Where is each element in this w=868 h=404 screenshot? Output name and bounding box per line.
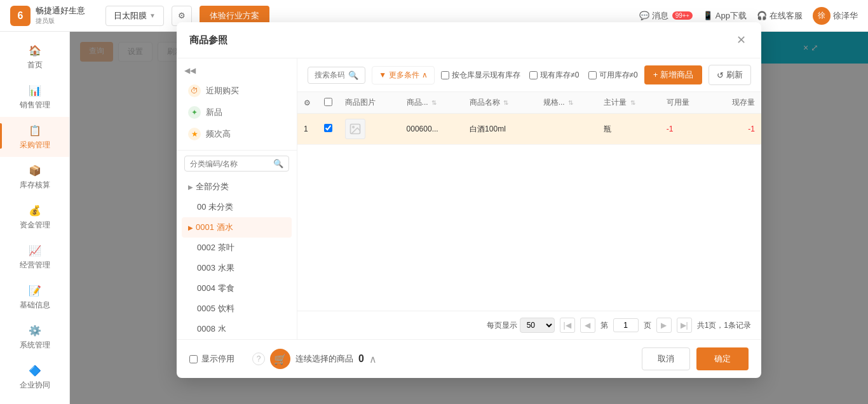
cart-label: 连续选择的商品	[295, 353, 353, 365]
th-name[interactable]: 商品名称 ⇅	[463, 92, 537, 114]
user-nav-item[interactable]: 徐 徐泽华	[813, 7, 858, 25]
modal-title: 商品参照	[189, 34, 227, 46]
checkbox-stock[interactable]	[529, 71, 538, 79]
username: 徐泽华	[833, 10, 858, 22]
new-product-button[interactable]: + 新增商品	[644, 65, 702, 84]
sidebar-item-sales[interactable]: 📊 销售管理	[0, 77, 69, 117]
table-row[interactable]: 1	[297, 114, 761, 145]
category-item-0003[interactable]: 0003 水果	[182, 258, 292, 278]
sidebar-item-home[interactable]: 🏠 首页	[0, 37, 69, 77]
checkbox-warehouse-label: 按仓库显示现有库存	[452, 70, 520, 81]
svg-point-1	[353, 126, 355, 128]
th-image: 商品图片	[339, 92, 400, 114]
modal-body: ◀◀ ⏱ 近期购买 ✦ 新品 ★ 频次高	[177, 58, 761, 339]
checkbox-item-available[interactable]: 可用库存≠0	[588, 70, 638, 81]
frequent-label: 频次高	[206, 128, 231, 140]
sidebar-item-home-label: 首页	[27, 60, 43, 71]
select-all-checkbox[interactable]	[324, 98, 332, 106]
quick-filter-frequent[interactable]: ★ 频次高	[182, 123, 292, 145]
category-item-0008[interactable]: 0008 水	[182, 319, 292, 332]
category-item-0004[interactable]: 0004 零食	[182, 278, 292, 299]
new-label: 新品	[206, 107, 222, 118]
sidebar-item-basic-info[interactable]: 📝 基础信息	[0, 277, 69, 317]
th-stock[interactable]: 现存量	[710, 92, 761, 114]
category-item-0001[interactable]: ▶ 0001 酒水	[182, 217, 292, 238]
last-page-button[interactable]: ▶|	[677, 318, 692, 333]
category-search-input[interactable]	[190, 159, 273, 168]
checkbox-item-stock[interactable]: 现有库存≠0	[529, 70, 579, 81]
chevron-down-icon: ▼	[149, 12, 156, 19]
messages-badge: 99++	[672, 11, 693, 20]
sidebar-item-inventory[interactable]: 📦 库存核算	[0, 157, 69, 197]
th-code[interactable]: 商品... ⇅	[400, 92, 464, 114]
category-item-0002[interactable]: 0002 茶叶	[182, 238, 292, 258]
page-number-input[interactable]	[613, 318, 639, 332]
sidebar-item-enterprise[interactable]: 🔷 企业协同	[0, 357, 69, 397]
next-page-button[interactable]: ▶	[656, 318, 672, 333]
checkbox-warehouse[interactable]	[441, 71, 449, 79]
show-disabled-checkbox[interactable]	[189, 355, 198, 363]
category-item-0005[interactable]: 0005 饮料	[182, 299, 292, 319]
checkbox-group: 按仓库显示现有库存 现有库存≠0 可用库存≠0	[441, 70, 638, 81]
category-0004-label: 0004 零食	[197, 283, 234, 294]
th-spec[interactable]: 规格... ⇅	[537, 92, 598, 114]
category-all-label: 全部分类	[196, 181, 229, 192]
row-available: -1	[660, 114, 711, 145]
th-checkbox[interactable]	[318, 92, 339, 114]
sidebar-item-operations[interactable]: 📈 经营管理	[0, 237, 69, 277]
sidebar-item-purchase[interactable]: 📋 采购管理	[0, 117, 69, 157]
checkbox-item-warehouse[interactable]: 按仓库显示现有库存	[441, 70, 520, 81]
th-settings[interactable]: ⚙	[297, 92, 318, 114]
collapse-cart-icon[interactable]: ∧	[369, 353, 377, 365]
category-0003-label: 0003 水果	[197, 262, 234, 274]
recent-label: 近期购买	[206, 85, 239, 97]
sales-icon: 📊	[28, 83, 42, 97]
refresh-button[interactable]: ↺ 刷新	[709, 65, 751, 85]
product-table: ⚙ 商品图片 商品... ⇅ 商品名称 ⇅ 规格... ⇅ 主计量 ⇅ 可用量 …	[297, 92, 761, 311]
more-filter-button[interactable]: ▼ 更多条件 ∧	[372, 66, 435, 84]
table: ⚙ 商品图片 商品... ⇅ 商品名称 ⇅ 规格... ⇅ 主计量 ⇅ 可用量 …	[297, 92, 761, 145]
sidebar-item-finance[interactable]: 💰 资金管理	[0, 197, 69, 237]
sidebar-item-system[interactable]: ⚙️ 系统管理	[0, 317, 69, 357]
category-00-label: 00 未分类	[197, 201, 233, 213]
cart-area: ? 🛒 连续选择的商品 0 ∧	[252, 349, 377, 369]
sidebar-item-finance-label: 资金管理	[20, 220, 50, 231]
branch-name: 日太阳膜	[114, 10, 147, 22]
modal-close-button[interactable]: ✕	[733, 32, 749, 48]
category-item-all[interactable]: ▶ 全部分类	[182, 177, 292, 197]
row-checkbox[interactable]	[318, 114, 339, 145]
th-available[interactable]: 可用量	[660, 92, 711, 114]
message-icon: 💬	[639, 11, 649, 20]
cancel-button[interactable]: 取消	[642, 347, 690, 370]
product-thumbnail	[345, 119, 365, 139]
online-service-nav-item[interactable]: 🎧 在线客服	[757, 10, 803, 22]
confirm-button[interactable]: 确定	[696, 347, 749, 370]
product-search-input[interactable]	[315, 71, 344, 79]
cart-icon[interactable]: 🛒	[270, 349, 290, 369]
messages-nav-item[interactable]: 💬 消息 99++	[639, 10, 693, 22]
show-disabled-checkbox-label[interactable]: 显示停用	[189, 353, 234, 365]
question-mark-icon[interactable]: ?	[252, 353, 265, 365]
avatar: 徐	[813, 7, 831, 25]
category-item-00[interactable]: 00 未分类	[182, 197, 292, 217]
app-download-nav-item[interactable]: 📱 App下载	[703, 10, 747, 22]
table-header: ⚙ 商品图片 商品... ⇅ 商品名称 ⇅ 规格... ⇅ 主计量 ⇅ 可用量 …	[297, 92, 761, 114]
app-download-label: App下载	[715, 10, 747, 22]
row-select-checkbox[interactable]	[324, 124, 332, 132]
quick-filter-new[interactable]: ✦ 新品	[182, 102, 292, 123]
branch-selector[interactable]: 日太阳膜 ▼	[105, 6, 164, 26]
th-unit[interactable]: 主计量 ⇅	[597, 92, 660, 114]
prev-page-button[interactable]: ◀	[580, 318, 595, 333]
category-search[interactable]: 🔍	[184, 156, 289, 172]
sidebar-item-guide[interactable]: ⭐ 新手引导	[0, 397, 69, 404]
product-search-box[interactable]: 🔍	[308, 67, 365, 84]
enterprise-icon: 🔷	[28, 363, 42, 377]
sidebar-item-purchase-label: 采购管理	[20, 140, 50, 151]
quick-filter-recent[interactable]: ⏱ 近期购买	[182, 80, 292, 102]
category-tree: ▶ 全部分类 00 未分类 ▶ 0001 酒水	[177, 177, 297, 332]
checkbox-available[interactable]	[588, 71, 597, 79]
total-info: 共1页，1条记录	[697, 320, 751, 331]
first-page-button[interactable]: |◀	[560, 318, 575, 333]
per-page-dropdown[interactable]: 50 100 200	[520, 318, 555, 333]
modal-right-panel: 🔍 ▼ 更多条件 ∧ 按仓库显示现有库存	[297, 58, 761, 339]
